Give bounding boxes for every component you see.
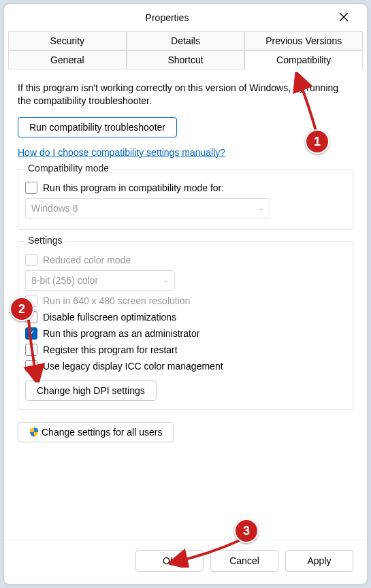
ok-button[interactable]: OK [135,550,204,572]
run-as-admin-checkbox[interactable]: ✓ [25,327,37,340]
help-link[interactable]: How do I choose compatibility settings m… [18,147,353,158]
group-label-compat: Compatibility mode [25,163,112,174]
change-all-users-button[interactable]: Change settings for all users [18,422,174,442]
color-depth-select: 8-bit (256) color ⌄ [25,270,175,291]
color-depth-value: 8-bit (256) color [31,275,98,286]
properties-dialog: Properties Security Details Previous Ver… [4,4,367,584]
compat-mode-select-value: Windows 8 [31,203,78,214]
legacy-icc-checkbox[interactable] [25,360,37,372]
compat-mode-label: Run this program in compatibility mode f… [43,182,224,193]
close-icon [339,12,349,22]
run-640-label: Run in 640 x 480 screen resolution [43,295,190,306]
dialog-footer: OK Cancel Apply [4,540,367,584]
tab-security[interactable]: Security [8,31,127,50]
change-all-users-label: Change settings for all users [42,427,162,438]
window-title: Properties [4,12,330,23]
tab-strip: Security Details Previous Versions Gener… [4,31,367,69]
group-label-settings: Settings [25,235,65,246]
change-dpi-button[interactable]: Change high DPI settings [25,380,157,401]
tab-previous-versions[interactable]: Previous Versions [244,31,363,50]
settings-group: Settings Reduced color mode 8-bit (256) … [18,241,353,410]
tab-details[interactable]: Details [127,31,245,50]
compatibility-mode-group: Compatibility mode Run this program in c… [18,169,353,230]
cancel-button[interactable]: Cancel [210,550,278,572]
annotation-badge-3: 3 [234,519,259,543]
titlebar: Properties [4,4,367,31]
close-button[interactable] [330,11,357,25]
annotation-badge-2: 2 [10,297,34,321]
run-as-admin-label: Run this program as an administrator [43,328,199,339]
tab-compatibility[interactable]: Compatibility [244,50,363,69]
legacy-icc-label: Use legacy display ICC color management [43,361,223,372]
compat-mode-select[interactable]: Windows 8 ⌄ [25,198,270,218]
reduced-color-label: Reduced color mode [43,255,131,265]
compat-mode-checkbox[interactable] [25,182,37,194]
register-restart-checkbox[interactable] [25,344,37,356]
chevron-down-icon: ⌄ [163,276,169,284]
annotation-badge-1: 1 [305,129,329,154]
reduced-color-checkbox [25,254,37,266]
shield-icon [29,427,39,437]
intro-text: If this program isn't working correctly … [18,82,353,108]
run-troubleshooter-button[interactable]: Run compatibility troubleshooter [18,117,177,137]
disable-fullscreen-label: Disable fullscreen optimizations [43,312,176,323]
chevron-down-icon: ⌄ [258,203,264,212]
tab-general[interactable]: General [8,50,127,69]
register-restart-label: Register this program for restart [43,344,178,355]
tab-shortcut[interactable]: Shortcut [127,50,245,69]
apply-button[interactable]: Apply [285,550,353,572]
